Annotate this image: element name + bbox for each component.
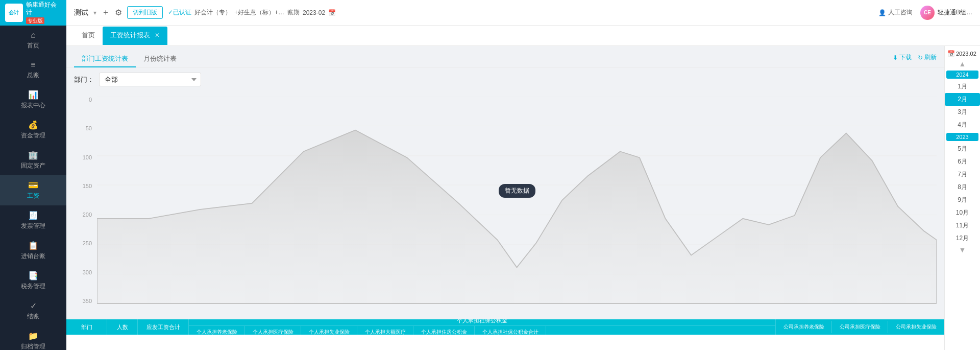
y-label-350: 350	[74, 298, 94, 304]
company-name: 测试	[74, 8, 88, 17]
assets-icon: 🏢	[28, 150, 38, 160]
year-nav-down-icon[interactable]: ▼	[958, 245, 967, 255]
biz-status: +好生意（标）+…	[234, 8, 284, 17]
calendar-icon[interactable]: 📅	[328, 9, 336, 16]
y-label-100: 100	[74, 154, 94, 160]
sub-tab-dept-report[interactable]: 部门工资统计表	[74, 51, 136, 67]
sidebar-item-invoice[interactable]: 🧾 发票管理	[0, 205, 66, 236]
sub-tabs-bar: 部门工资统计表 月份统计表 ⬇ 下载 ↻ 刷新	[66, 46, 944, 67]
logo-text: 畅康通好会计 专业版	[26, 1, 61, 25]
tab-salary-report[interactable]: 工资统计报表 ✕	[103, 27, 167, 45]
switch-old-version-button[interactable]: 切到旧版	[127, 6, 163, 19]
archive-icon: 📁	[28, 331, 38, 341]
month-2023-09[interactable]: 9月	[945, 194, 980, 206]
sidebar-item-reports[interactable]: 📊 报表中心	[0, 85, 66, 115]
y-label-200: 200	[74, 212, 94, 218]
certified-status: ✓已认证	[168, 8, 191, 17]
svg-marker-8	[97, 130, 937, 304]
month-2024-03[interactable]: 3月	[945, 106, 980, 119]
chart-svg	[97, 97, 937, 304]
month-2024-02[interactable]: 2月	[945, 93, 980, 106]
sidebar: 会计 畅康通好会计 专业版 ⌂ 首页 ≡ 总账 📊 报表中心 💰 资金管理 🏢 …	[0, 0, 66, 350]
service-button[interactable]: 👤 人工咨询	[878, 8, 913, 17]
main-body: 部门工资统计表 月份统计表 ⬇ 下载 ↻ 刷新	[66, 46, 980, 350]
home-icon: ⌂	[31, 31, 36, 40]
add-button[interactable]: ＋	[102, 7, 110, 18]
sidebar-item-ledger[interactable]: ≡ 总账	[0, 55, 66, 85]
year-nav-up-icon[interactable]: ▲	[958, 59, 967, 69]
sidebar-logo: 会计 畅康通好会计 专业版	[0, 0, 66, 26]
logo-icon: 会计	[5, 4, 23, 22]
th-total-salary: 应发工资合计	[138, 319, 189, 335]
table-header-top: 部门 人数 应发工资合计 个人承担社保公积金 个人承担养老保险 个人承担医疗保险…	[66, 319, 944, 335]
period-value: 2023-02	[303, 9, 325, 16]
salary-icon: 💳	[28, 180, 38, 190]
sub-tab-actions: ⬇ 下载 ↻ 刷新	[893, 53, 937, 65]
sidebar-item-archive[interactable]: 📁 归档管理	[0, 326, 66, 350]
user-name: 轻捷通B组…	[938, 8, 972, 17]
dept-filter-select[interactable]: 全部	[99, 73, 201, 86]
th-personal-large-medical: 个人承担大额医疗	[357, 326, 413, 335]
th-personal-old: 个人承担养老保险	[189, 326, 245, 335]
download-icon: ⬇	[893, 54, 898, 61]
service-icon: 👤	[878, 9, 886, 16]
tab-close-icon[interactable]: ✕	[155, 32, 160, 39]
th-group-personal-children: 个人承担养老保险 个人承担医疗保险 个人承担失业保险 个人承担大额医疗 个人承担…	[189, 326, 775, 335]
company-dropdown-arrow[interactable]: ▾	[93, 9, 96, 16]
month-2023-05[interactable]: 5月	[945, 143, 980, 155]
chart-container: 350 300 250 200 150 100 50 0	[74, 97, 937, 319]
tabbar: 首页 工资统计报表 ✕	[66, 26, 980, 46]
y-label-250: 250	[74, 240, 94, 246]
sidebar-item-salary[interactable]: 💳 工资	[0, 175, 66, 205]
y-label-0: 0	[74, 97, 94, 103]
main-panel: 测试 ▾ ＋ ⚙ 切到旧版 ✓已认证 好会计（专） +好生意（标）+… 账期 2…	[66, 0, 980, 350]
month-2023-11[interactable]: 11月	[945, 219, 980, 232]
user-menu[interactable]: CE 轻捷通B组…	[920, 6, 972, 20]
th-company-old: 公司承担养老保险	[776, 321, 832, 333]
refresh-button[interactable]: ↻ 刷新	[918, 53, 937, 62]
ledger-icon: ≡	[31, 60, 35, 69]
settings-gear-icon[interactable]: ⚙	[115, 8, 122, 17]
dept-filter-label: 部门：	[74, 75, 94, 84]
th-personal-medical: 个人承担医疗保险	[245, 326, 301, 335]
main-center: 部门工资统计表 月份统计表 ⬇ 下载 ↻ 刷新	[66, 46, 944, 350]
sidebar-nav: ⌂ 首页 ≡ 总账 📊 报表中心 💰 资金管理 🏢 固定资产 💳 工资 🧾 发票…	[0, 26, 66, 350]
download-button[interactable]: ⬇ 下载	[893, 53, 912, 62]
refresh-icon: ↻	[918, 54, 923, 61]
th-personal-unemploy: 个人承担失业保险	[301, 326, 357, 335]
month-2023-07[interactable]: 7月	[945, 168, 980, 181]
sidebar-item-home[interactable]: ⌂ 首页	[0, 26, 66, 55]
chart-wrapper: 350 300 250 200 150 100 50 0	[66, 91, 944, 319]
month-2023-08[interactable]: 8月	[945, 181, 980, 194]
month-2024-04[interactable]: 4月	[945, 119, 980, 131]
chart-y-axis: 350 300 250 200 150 100 50 0	[74, 97, 94, 304]
th-count: 人数	[107, 319, 138, 335]
period-label: 账期	[287, 8, 300, 17]
th-group-personal: 个人承担社保公积金 个人承担养老保险 个人承担医疗保险 个人承担失业保险 个人承…	[189, 319, 776, 335]
month-2024-01[interactable]: 1月	[945, 80, 980, 93]
sidebar-item-closing[interactable]: ✓ 结账	[0, 296, 66, 326]
sidebar-item-funds[interactable]: 💰 资金管理	[0, 115, 66, 145]
status-bar: ✓已认证 好会计（专） +好生意（标）+… 账期 2023-02 📅	[168, 8, 336, 17]
date-display[interactable]: 2023.02	[956, 51, 976, 57]
invoice-icon: 🧾	[28, 211, 38, 220]
sidebar-item-sales[interactable]: 📋 进销台账	[0, 236, 66, 266]
month-2023-10[interactable]: 10月	[945, 206, 980, 219]
th-personal-housing: 个人承担住房公积金	[413, 326, 475, 335]
funds-icon: 💰	[28, 120, 38, 130]
year-2024-label: 2024	[946, 71, 978, 79]
right-date-panel: 📅 2023.02 ▲ 2024 1月 2月 3月 4月 2023 5月 6月 …	[944, 46, 980, 350]
month-2023-06[interactable]: 6月	[945, 155, 980, 168]
chart-inner: 暂无数据	[97, 97, 937, 304]
tab-home[interactable]: 首页	[74, 27, 103, 45]
sidebar-item-assets[interactable]: 🏢 固定资产	[0, 145, 66, 175]
tax-icon: 📑	[28, 271, 38, 281]
th-group-personal-label: 个人承担社保公积金	[189, 319, 775, 326]
sales-icon: 📋	[28, 241, 38, 250]
sub-tab-monthly-report[interactable]: 月份统计表	[136, 51, 184, 67]
th-company-medical: 公司承担医疗保险	[832, 321, 888, 333]
sidebar-item-tax[interactable]: 📑 税务管理	[0, 266, 66, 296]
avatar: CE	[920, 6, 935, 20]
month-2023-12[interactable]: 12月	[945, 232, 980, 245]
date-input-row: 📅 2023.02	[945, 49, 980, 59]
